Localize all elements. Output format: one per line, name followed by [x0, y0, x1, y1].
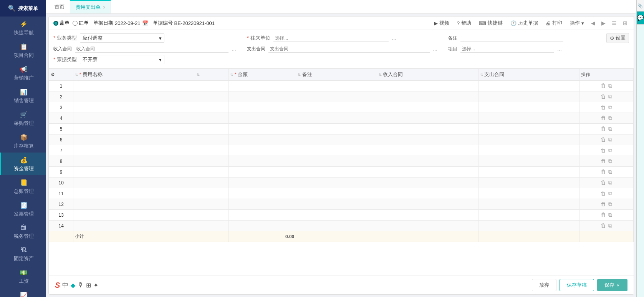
sort-icon-6[interactable]: ⇅ — [480, 73, 483, 77]
income-contract-input[interactable] — [75, 45, 228, 53]
calendar-icon[interactable]: 📅 — [142, 20, 148, 26]
copy-icon[interactable]: ⧉ — [608, 169, 612, 175]
bill-no-value[interactable]: BE-20220921-001 — [174, 20, 215, 26]
copy-icon[interactable]: ⧉ — [608, 104, 612, 111]
cell-income-contract[interactable] — [377, 124, 478, 134]
cell-expense-contract[interactable] — [478, 145, 579, 156]
cell-sort[interactable] — [195, 124, 228, 134]
cell-sort[interactable] — [195, 199, 228, 210]
tab-expense-bill[interactable]: 费用支出单 × — [70, 0, 111, 13]
cell-note[interactable] — [296, 124, 377, 134]
cell-name[interactable] — [73, 210, 195, 221]
right-tab-chat[interactable]: 💬 — [637, 12, 644, 25]
cell-name[interactable] — [73, 178, 195, 188]
sidebar-item-project-contract[interactable]: 📋 项目合同 — [0, 39, 46, 62]
cell-amount[interactable] — [228, 199, 296, 210]
cell-expense-contract[interactable] — [478, 134, 579, 145]
video-btn[interactable]: ▶ 视频 — [432, 19, 452, 27]
cell-sort[interactable] — [195, 167, 228, 178]
cell-amount[interactable] — [228, 167, 296, 178]
delete-icon[interactable]: 🗑 — [601, 147, 606, 154]
cell-income-contract[interactable] — [377, 210, 478, 221]
sidebar-item-ledger[interactable]: 📒 总账管理 — [0, 175, 46, 198]
discard-button[interactable]: 放弃 — [532, 279, 556, 291]
cell-sort[interactable] — [195, 91, 228, 102]
sort-icon-2[interactable]: ⇅ — [197, 73, 200, 77]
cell-income-contract[interactable] — [377, 134, 478, 145]
copy-icon[interactable]: ⧉ — [608, 83, 612, 89]
sort-icon-5[interactable]: ⇅ — [379, 73, 382, 77]
cell-note[interactable] — [296, 134, 377, 145]
cell-sort[interactable] — [195, 188, 228, 199]
copy-icon[interactable]: ⧉ — [608, 222, 612, 229]
hotkey-btn[interactable]: ⌨ 快捷键 — [477, 19, 505, 27]
radio-blue-input[interactable] — [53, 21, 58, 26]
delete-icon[interactable]: 🗑 — [601, 201, 606, 207]
date-value[interactable]: 2022-09-21 — [115, 20, 141, 26]
delete-icon[interactable]: 🗑 — [601, 136, 606, 143]
cell-expense-contract[interactable] — [478, 178, 579, 188]
cell-sort[interactable] — [195, 156, 228, 167]
sidebar-item-capital[interactable]: 💰 资金管理 — [0, 153, 46, 175]
copy-icon[interactable]: ⧉ — [608, 190, 612, 197]
cell-amount[interactable] — [228, 188, 296, 199]
cell-sort[interactable] — [195, 178, 228, 188]
cell-name[interactable] — [73, 102, 195, 113]
save-draft-button[interactable]: 保存草稿 — [560, 279, 594, 291]
cell-expense-contract[interactable] — [478, 124, 579, 134]
brand-mic-icon[interactable]: 🎙 — [78, 282, 84, 289]
project-dots[interactable]: ... — [556, 46, 563, 52]
cell-amount[interactable] — [228, 134, 296, 145]
set-button[interactable]: ⚙ 设置 — [606, 33, 629, 43]
cell-income-contract[interactable] — [377, 221, 478, 231]
brand-grid-icon[interactable]: ⊞ — [86, 282, 91, 289]
cell-sort[interactable] — [195, 145, 228, 156]
cell-name[interactable] — [73, 156, 195, 167]
partner-dots[interactable]: ... — [390, 35, 398, 41]
cell-note[interactable] — [296, 221, 377, 231]
sidebar-item-sales[interactable]: 📊 销售管理 — [0, 85, 46, 107]
cell-note[interactable] — [296, 188, 377, 199]
cell-income-contract[interactable] — [377, 113, 478, 124]
cell-income-contract[interactable] — [377, 145, 478, 156]
sidebar-item-invoice[interactable]: 🧾 发票管理 — [0, 198, 46, 221]
cell-amount[interactable] — [228, 81, 296, 91]
help-btn[interactable]: ? 帮助 — [455, 19, 473, 27]
cell-name[interactable] — [73, 91, 195, 102]
sort-up-icon[interactable]: ⇅ — [75, 73, 78, 77]
delete-icon[interactable]: 🗑 — [601, 83, 606, 89]
copy-icon[interactable]: ⧉ — [608, 93, 612, 100]
nav-left-btn[interactable]: ◀ — [589, 19, 597, 27]
expense-contract-input[interactable] — [268, 45, 430, 53]
radio-red-input[interactable] — [73, 21, 78, 26]
cell-amount[interactable] — [228, 91, 296, 102]
cell-sort[interactable] — [195, 210, 228, 221]
nav-right-btn[interactable]: ▶ — [600, 19, 607, 27]
sidebar-search[interactable]: 🔍 搜索菜单 — [0, 0, 46, 17]
cell-expense-contract[interactable] — [478, 113, 579, 124]
cell-amount[interactable] — [228, 113, 296, 124]
cell-expense-contract[interactable] — [478, 156, 579, 167]
delete-icon[interactable]: 🗑 — [601, 190, 606, 197]
sidebar-item-tax[interactable]: 🏛 税务管理 — [0, 221, 46, 243]
delete-icon[interactable]: 🗑 — [601, 93, 606, 100]
cell-expense-contract[interactable] — [478, 188, 579, 199]
cell-sort[interactable] — [195, 81, 228, 91]
cell-note[interactable] — [296, 199, 377, 210]
delete-icon[interactable]: 🗑 — [601, 115, 606, 121]
cell-sort[interactable] — [195, 102, 228, 113]
right-tab-attachment[interactable]: 📎 — [637, 0, 644, 12]
cell-note[interactable] — [296, 167, 377, 178]
cell-name[interactable] — [73, 188, 195, 199]
history-btn[interactable]: 🕐 历史单据 — [508, 19, 540, 27]
cell-name[interactable] — [73, 221, 195, 231]
cell-income-contract[interactable] — [377, 178, 478, 188]
cell-amount[interactable] — [228, 221, 296, 231]
sidebar-item-fixed-assets[interactable]: 🏗 固定资产 — [0, 243, 46, 265]
cell-expense-contract[interactable] — [478, 167, 579, 178]
th-settings[interactable]: ⚙ — [49, 69, 73, 81]
cell-expense-contract[interactable] — [478, 81, 579, 91]
cell-name[interactable] — [73, 167, 195, 178]
cell-name[interactable] — [73, 81, 195, 91]
sidebar-item-purchase[interactable]: 🛒 采购管理 — [0, 107, 46, 130]
